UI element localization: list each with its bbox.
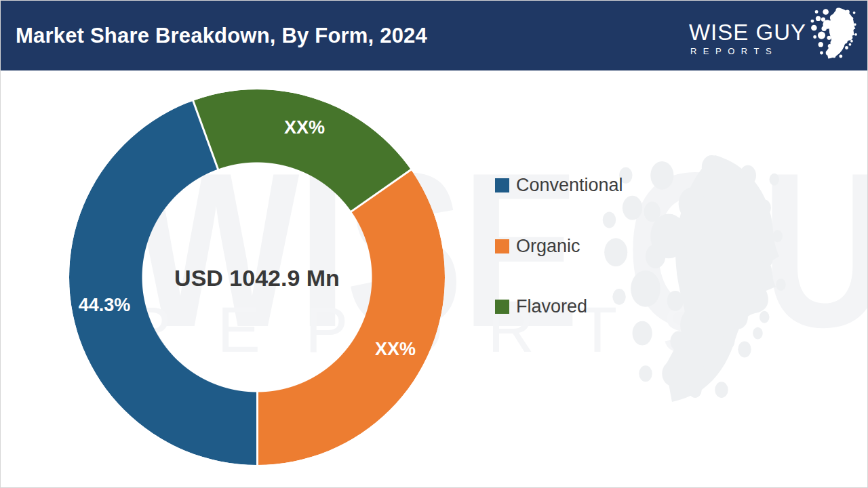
watermark-face-logo	[596, 147, 794, 410]
infographic: WISE GUY REPORTS Market Share Breakdown,…	[0, 0, 868, 488]
slice-label-flavored: XX%	[284, 117, 325, 138]
legend-swatch-organic	[495, 239, 509, 253]
legend-swatch-flavored	[495, 300, 509, 314]
brand-face-icon	[809, 5, 859, 62]
legend-swatch-conventional	[495, 178, 509, 192]
slice-label-conventional: 44.3%	[79, 295, 131, 316]
legend-item-conventional: Conventional	[495, 175, 623, 196]
header-bar: Market Share Breakdown, By Form, 2024 WI…	[1, 1, 868, 70]
legend-label-flavored: Flavored	[516, 296, 587, 317]
slice-separator	[192, 100, 258, 277]
legend-item-flavored: Flavored	[495, 296, 587, 317]
slice-separator	[256, 277, 258, 466]
brand-subname: REPORTS	[690, 47, 778, 56]
legend-label-conventional: Conventional	[516, 175, 623, 196]
slice-separator	[256, 168, 412, 278]
page-title: Market Share Breakdown, By Form, 2024	[1, 24, 427, 48]
brand-name: WISE GUY	[689, 21, 806, 43]
brand-logo-text: WISE GUY REPORTS	[689, 21, 806, 56]
brand-logo: WISE GUY REPORTS	[689, 5, 859, 62]
slice-label-organic: XX%	[375, 339, 416, 360]
donut-center-value: USD 1042.9 Mn	[174, 265, 340, 291]
legend-label-organic: Organic	[516, 236, 580, 257]
legend-item-organic: Organic	[495, 236, 580, 257]
